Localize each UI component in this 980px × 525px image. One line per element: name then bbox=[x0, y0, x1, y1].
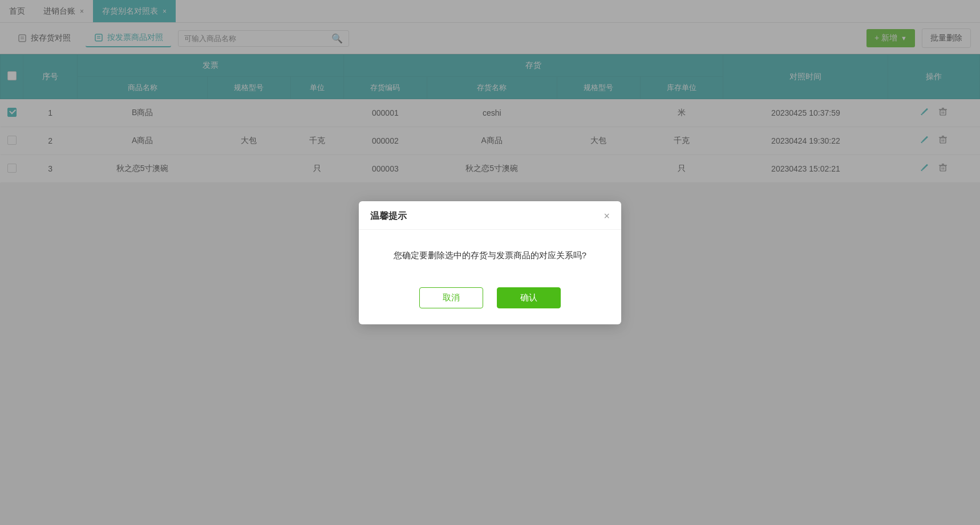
overlay: 温馨提示 × 您确定要删除选中的存货与发票商品的对应关系吗? 取消 确认 bbox=[0, 0, 980, 183]
